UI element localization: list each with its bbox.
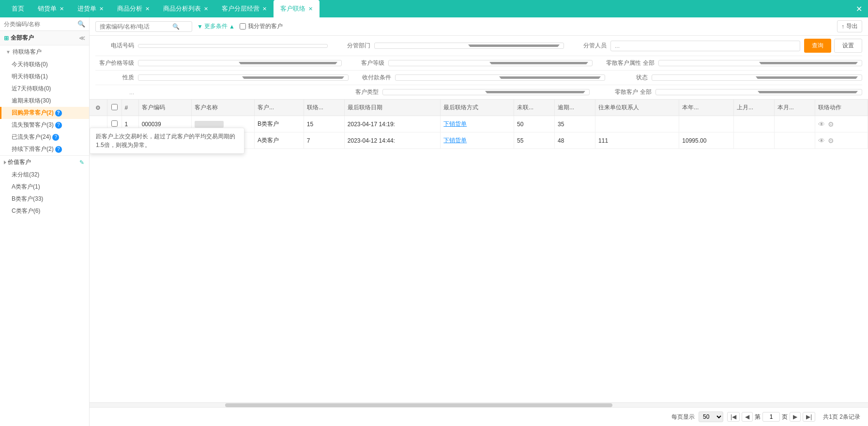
chevron-up-icon: ▲ [229,23,235,30]
last-way-link-1[interactable]: 下销货单 [443,120,467,127]
price-grade-field[interactable] [138,60,342,66]
th-this-month[interactable]: 本月... [774,100,815,116]
filter-panel: 电话号码 分管部门 分管人员 ... 查询 设置 [90,36,868,100]
nav-close-all[interactable]: ✕ [856,4,862,14]
more-filters-btn[interactable]: ▼ 更多条件 ▲ [197,22,235,30]
nav-product-analysis-close[interactable]: ✕ [145,6,150,12]
td-last-way-1[interactable]: 下销货单 [441,116,514,132]
page-input[interactable] [762,412,780,422]
cust-type-field[interactable] [382,89,589,95]
more-icon-2[interactable]: ⚙ [828,137,834,145]
sidebar-item-c-class[interactable]: C类客户(6) [0,205,89,217]
th-last-date[interactable]: 最后联络日期 [344,100,440,116]
nav-sales-close[interactable]: ✕ [60,6,64,12]
nav-customer-tier[interactable]: 客户分层经营 ✕ [215,0,274,17]
nav-purchase-close[interactable]: ✕ [99,6,104,12]
sidebar-search-input[interactable] [4,21,77,28]
sidebar-search-icon[interactable]: 🔍 [77,20,85,28]
sidebar-item-b-class[interactable]: B类客户(33) [0,193,89,205]
th-uncontact[interactable]: 未联... [514,100,555,116]
query-btn[interactable]: 查询 [804,39,831,53]
retail-prop-field[interactable] [658,60,862,66]
td-last-way-2[interactable]: 下销货单 [441,132,514,149]
sidebar-item-overdue[interactable]: 逾期未联络(30) [0,95,89,107]
th-name[interactable]: 客户名称 [191,100,254,116]
th-overdue[interactable]: 逾期... [555,100,595,116]
nav-product-list[interactable]: 商品分析列表 ✕ [156,0,215,17]
td-last-month-1 [733,116,774,132]
info-icon-churned[interactable]: ? [52,134,59,141]
value-group-edit[interactable]: ✎ [79,159,84,166]
filter-search-box: 🔍 [95,21,192,32]
th-type[interactable]: 客户... [255,100,304,116]
grade-field[interactable] [388,60,592,66]
my-customers-checkbox-label[interactable]: 我分管的客户 [240,22,283,30]
sidebar-item-tomorrow[interactable]: 明天待联络(1) [0,71,89,83]
more-icon-1[interactable]: ⚙ [828,120,834,128]
info-icon-churn-warning[interactable]: ? [55,122,62,129]
filter-search-input[interactable] [100,23,172,30]
nav-customer-tier-close[interactable]: ✕ [262,6,267,12]
retail-prop-label: 零散客户属性 全部 [596,59,655,67]
select-all-checkbox[interactable] [111,104,118,110]
th-last-month[interactable]: 上月... [733,100,774,116]
row1-checkbox[interactable] [111,120,118,127]
nav-home[interactable]: 首页 [5,0,31,17]
filter-search-icon[interactable]: 🔍 [172,23,180,30]
sidebar-item-a-class[interactable]: A类客户(1) [0,181,89,193]
h-scrollbar-thumb[interactable] [225,403,612,407]
nav-purchase[interactable]: 进货单 ✕ [71,0,110,17]
h-scrollbar[interactable] [90,402,868,407]
nav-customer-contact-close[interactable]: ✕ [308,6,313,12]
my-customers-checkbox[interactable] [240,23,246,29]
phone-field[interactable] [138,44,328,48]
sidebar-item-churned[interactable]: 已流失客户(24) ? [0,131,89,143]
sidebar-item-7days[interactable]: 近7天待联络(0) [0,83,89,95]
sidebar-item-today[interactable]: 今天待联络(0) [0,59,89,71]
status-field[interactable] [652,74,862,81]
sidebar-item-abnormal-repurchase[interactable]: 回购异常客户(2) ? [0,107,89,119]
payment-field[interactable] [395,74,606,81]
gender-field[interactable] [138,74,349,81]
info-icon-declining[interactable]: ? [55,146,62,153]
th-unit-contact[interactable]: 往来单位联系人 [595,100,679,116]
view-icon-2[interactable]: 👁 [818,137,825,145]
payment-label: 收付款条件 [352,73,391,82]
sidebar-item-declining[interactable]: 持续下滑客户(2) ? [0,143,89,155]
sidebar-group-value[interactable]: 价值客户 ✎ [0,155,89,169]
info-icon-abnormal[interactable]: ? [55,110,62,117]
dept-field[interactable] [374,43,564,49]
last-way-link-2[interactable]: 下销货单 [443,137,467,144]
th-settings[interactable]: ⚙ [90,100,107,116]
th-checkbox[interactable] [107,100,122,116]
blurred-name-1 [195,121,224,128]
sidebar-item-ungrouped[interactable]: 未分组(32) [0,169,89,181]
th-this-year[interactable]: 本年... [679,100,734,116]
sidebar-collapse-btn[interactable]: ≪ [79,35,85,42]
person-label: 分管人员 [568,42,607,50]
nav-sales[interactable]: 销货单 ✕ [31,0,71,17]
setting-btn[interactable]: 设置 [834,39,862,53]
th-last-way[interactable]: 最后联络方式 [441,100,514,116]
last-page-btn[interactable]: ▶| [803,412,815,422]
content-area: 🔍 ▼ 更多条件 ▲ 我分管的客户 ↑ 导出 [90,17,868,426]
per-page-select[interactable]: 50 20 100 [699,411,723,422]
filter-row-4: ... 客户类型 零散客户 全部 [95,85,862,99]
first-page-btn[interactable]: |◀ [727,412,740,422]
price-grade-label: 客户价格等级 [95,59,134,67]
cust-type-arrow [485,91,585,93]
person-field[interactable]: ... [610,41,800,51]
retail-field[interactable] [655,89,862,95]
nav-customer-contact[interactable]: 客户联络 ✕ [274,0,320,17]
sidebar-item-churn-warning[interactable]: 流失预警客户(3) ? [0,119,89,131]
export-btn[interactable]: ↑ 导出 [837,20,862,32]
next-page-btn[interactable]: ▶ [790,412,801,422]
nav-product-list-close[interactable]: ✕ [204,6,208,12]
nav-product-analysis[interactable]: 商品分析 ✕ [110,0,156,17]
sidebar-all-customers[interactable]: ⊞ 全部客户 ≪ [0,31,89,45]
view-icon-1[interactable]: 👁 [818,120,825,128]
prev-page-btn[interactable]: ◀ [742,412,753,422]
th-code[interactable]: 客户编码 [138,100,191,116]
th-contact[interactable]: 联络... [304,100,344,116]
sidebar-group-pending[interactable]: ▼ 待联络客户 [0,45,89,59]
